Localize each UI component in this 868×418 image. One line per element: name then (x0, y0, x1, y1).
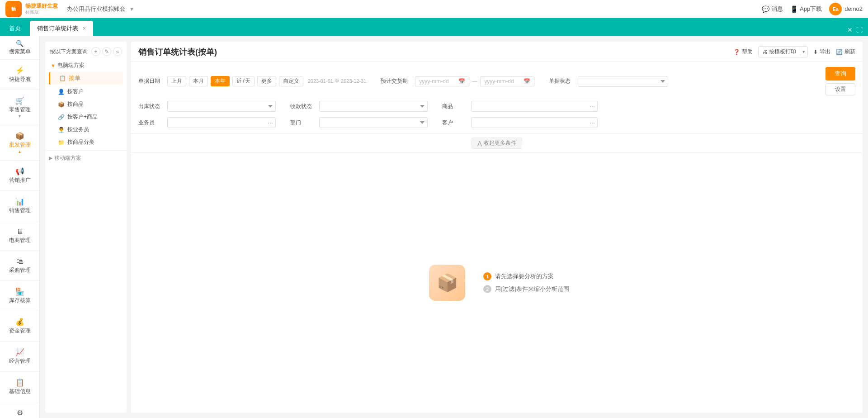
left-panel-tools: + ✎ « (91, 47, 122, 56)
workspace-dropdown-icon[interactable]: ▼ (129, 6, 134, 12)
salesman-dots[interactable]: ··· (268, 119, 273, 126)
goods-label: 商品 (442, 103, 464, 110)
logo-text: 畅 (11, 6, 16, 12)
btn-this-year[interactable]: 本年 (211, 76, 230, 86)
collapse-panel-btn[interactable]: « (113, 47, 122, 56)
scheme-salesman-label: 按业务员 (67, 126, 89, 133)
goods-input[interactable] (471, 101, 598, 112)
settings-btn[interactable]: 设置 (826, 83, 855, 95)
btn-custom[interactable]: 自定义 (279, 76, 303, 86)
customer-input[interactable] (471, 117, 598, 128)
goods-dots[interactable]: ··· (590, 103, 595, 110)
main-layout: 🔍 搜索菜单 ⚡ 快捷导航 🛒 零售管理 ▾ 📦 批发管理 ▴ (0, 36, 868, 418)
basic-icon: 📋 (15, 378, 24, 387)
window-expand-icon[interactable]: ⛶ (856, 26, 863, 33)
mobile-scheme-header[interactable]: ▶ 移动端方案 (45, 152, 127, 164)
sidebar-item-basic[interactable]: 📋 基础信息 (2, 375, 38, 398)
scheme-item-active[interactable]: 📋 按单 (49, 72, 123, 85)
customer-dots[interactable]: ··· (590, 119, 595, 126)
scheme-item-goods-category[interactable]: 📁 按商品分类 (49, 136, 123, 148)
sidebar-item-quick-nav[interactable]: ⚡ 快捷导航 (2, 63, 38, 86)
tab-bar: 首页 销售订单统计表 × ✕ ⛶ (0, 18, 868, 36)
sidebar-item-sales[interactable]: 📊 销售管理 (2, 195, 38, 217)
end-date-input[interactable]: yyyy-mm-dd 📅 (480, 76, 534, 86)
sidebar-operation-label: 经营管理 (9, 357, 31, 365)
message-btn[interactable]: 💬 消息 (762, 5, 783, 13)
sidebar-inventory-section: 🏪 库存核算 (0, 281, 39, 311)
pc-scheme-group: ▼ 电脑端方案 📋 按单 👤 按客户 📦 按商品 (45, 60, 127, 148)
btn-last-month[interactable]: 上月 (167, 76, 186, 86)
query-btn[interactable]: 查询 (826, 67, 855, 81)
print-btn[interactable]: 🖨 按模板打印 (759, 47, 800, 57)
goods-scheme-icon: 📦 (58, 101, 65, 108)
workspace-name: 办公用品行业模拟账套 (67, 5, 126, 13)
edit-scheme-btn[interactable]: ✎ (102, 47, 111, 56)
date-separator: — (472, 78, 477, 85)
hint-item-2: 2 用[过滤]条件来缩小分析范围 (483, 285, 569, 293)
pc-section-label: 电脑端方案 (57, 62, 85, 69)
sidebar-search-section: 🔍 搜索菜单 (0, 36, 39, 60)
date-input-group: yyyy-mm-dd 📅 — yyyy-mm-dd 📅 (415, 76, 534, 86)
start-date-input[interactable]: yyyy-mm-dd 📅 (415, 76, 469, 86)
scheme-item-customer[interactable]: 👤 按客户 (49, 86, 123, 98)
sidebar-retail-label: 零售管理 (9, 106, 31, 114)
sidebar-ecommerce-section: 🖥 电商管理 (0, 221, 39, 251)
refresh-btn[interactable]: 🔄 刷新 (836, 48, 855, 56)
customer-input-wrap: ··· (471, 117, 598, 128)
pc-scheme-group-header[interactable]: ▼ 电脑端方案 (49, 60, 123, 71)
sidebar: 🔍 搜索菜单 ⚡ 快捷导航 🛒 零售管理 ▾ 📦 批发管理 ▴ (0, 36, 40, 418)
sidebar-quick-nav: ⚡ 快捷导航 (0, 60, 39, 90)
scheme-item-goods[interactable]: 📦 按商品 (49, 98, 123, 110)
empty-hints: 1 请先选择要分析的方案 2 用[过滤]条件来缩小分析范围 (483, 272, 569, 293)
quick-nav-label: 快捷导航 (9, 76, 31, 83)
retail-collapse-icon: ▾ (19, 114, 21, 119)
user-area[interactable]: Ea demo2 (829, 3, 863, 15)
export-btn[interactable]: ⬇ 导出 (813, 48, 830, 56)
status-select-container (578, 76, 668, 87)
dept-select[interactable] (319, 117, 428, 128)
sidebar-item-purchase[interactable]: 🛍 采购管理 (2, 255, 38, 277)
sidebar-item-wholesale[interactable]: 📦 批发管理 ▴ (2, 129, 38, 157)
status-select[interactable] (578, 76, 668, 87)
window-close-icon[interactable]: ✕ (847, 26, 853, 33)
wholesale-expand-icon: ▴ (19, 149, 21, 154)
print-dropdown-arrow[interactable]: ▾ (800, 48, 807, 56)
sidebar-item-inventory[interactable]: 🏪 库存核算 (2, 285, 38, 307)
sidebar-wholesale-label: 批发管理 (9, 141, 31, 149)
filter-row-1: 单据日期 上月 本月 本年 近7天 更多 自定义 2023-01-01 至 20… (138, 67, 855, 95)
calendar-icon-start[interactable]: 📅 (458, 78, 465, 85)
salesman-input[interactable] (167, 117, 276, 128)
help-btn[interactable]: ❓ 帮助 (733, 48, 753, 56)
add-scheme-btn[interactable]: + (91, 47, 100, 56)
btn-more[interactable]: 更多 (257, 76, 276, 86)
collapse-bar: ⋀ 收起更多条件 (131, 134, 863, 153)
workspace-area: 办公用品行业模拟账套 ▼ (58, 5, 762, 13)
collapse-filter-btn[interactable]: ⋀ 收起更多条件 (472, 138, 522, 149)
filter-row-3: 业务员 ··· 部门 客户 (138, 117, 855, 128)
tab-active-label: 销售订单统计表 (37, 24, 78, 33)
sidebar-item-finance[interactable]: 💰 资金管理 (2, 315, 38, 337)
scheme-item-customer-goods[interactable]: 🔗 按客户+商品 (49, 111, 123, 123)
tab-close-icon[interactable]: × (83, 25, 86, 32)
customer-goods-scheme-icon: 🔗 (58, 114, 65, 120)
sidebar-item-ecommerce[interactable]: 🖥 电商管理 (2, 225, 38, 247)
sidebar-item-marketing[interactable]: 📢 营销推广 (2, 164, 38, 187)
sidebar-purchase-label: 采购管理 (9, 266, 31, 274)
payment-status-select[interactable] (319, 101, 428, 112)
btn-last7[interactable]: 近7天 (232, 76, 255, 86)
calendar-icon-end[interactable]: 📅 (524, 78, 530, 85)
sidebar-item-system[interactable]: ⚙ 系统管理 (2, 406, 38, 418)
tab-home[interactable]: 首页 (2, 21, 28, 36)
date-range-text: 2023-01-01 至 2023-12-31 (308, 78, 367, 85)
ship-status-select[interactable] (167, 101, 276, 112)
page-actions: ❓ 帮助 🖨 按模板打印 ▾ (733, 46, 855, 57)
btn-this-month[interactable]: 本月 (189, 76, 208, 86)
sidebar-item-retail[interactable]: 🛒 零售管理 ▾ (2, 94, 38, 121)
app-download-btn[interactable]: 📱 App下载 (790, 5, 822, 13)
sidebar-sales-section: 📊 销售管理 (0, 191, 39, 221)
empty-img-box: 📦 (429, 265, 465, 301)
sidebar-search-label[interactable]: 搜索菜单 (9, 48, 31, 56)
sidebar-item-operation[interactable]: 📈 经营管理 (2, 345, 38, 368)
tab-sales-stats[interactable]: 销售订单统计表 × (30, 21, 93, 36)
scheme-item-salesman[interactable]: 👨‍💼 按业务员 (49, 124, 123, 136)
